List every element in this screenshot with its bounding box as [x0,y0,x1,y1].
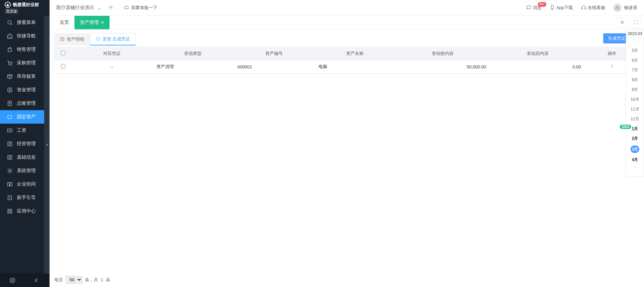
sidebar-item-label: 资金管理 [17,87,36,93]
svg-point-20 [110,7,112,8]
ledger-icon [7,100,13,106]
period-item[interactable]: 7月 [631,65,639,75]
sidebar-item-label: 搜索菜单 [17,20,36,26]
sidebar-item-collab[interactable]: 企业协同 [0,178,50,191]
svg-rect-21 [527,6,531,8]
coin-icon [7,87,13,93]
sidebar-item-bag[interactable]: 销售管理 [0,43,50,56]
topbar: 医疗器械行业演示 ⌄ 我要体验一下 消息 99+ App下载 [50,0,644,16]
period-item[interactable]: 8月 [631,75,639,85]
tabsbar: 首页资产管理✕ ✕ ⛶ [50,16,644,29]
sidebar-item-payroll[interactable]: 工资 [0,124,50,137]
sidebar-item-label: 销售管理 [17,46,36,53]
svg-point-10 [9,170,11,172]
svg-rect-18 [10,212,12,214]
message-link[interactable]: 消息 99+ [526,5,542,11]
period-item[interactable]: 1月 [631,124,639,134]
sidebar-item-label: 固定资产 [17,114,36,120]
period-item[interactable]: 12月 [631,114,639,124]
sidebar-item-label: 基础信息 [17,154,36,160]
sidebar-splitter[interactable] [44,16,50,274]
brand-name: 畅捷通好业财 [13,2,39,8]
collab-icon [7,181,13,187]
close-icon[interactable]: ✕ [101,20,104,25]
period-prev-icon[interactable]: ˄ [634,38,636,46]
row-checkbox[interactable] [61,64,65,68]
period-item[interactable]: 5月 [631,46,639,56]
sidebar-item-info[interactable]: 基础信息 [0,151,50,164]
svg-rect-4 [8,101,12,106]
table-row: -- 资产清理 000001 电脑 50,000.00 0.00 [55,60,639,73]
select-all-checkbox[interactable] [61,51,65,55]
close-all-tabs-icon[interactable]: ✕ [617,18,627,28]
tab-label: 首页 [60,20,69,26]
col-before: 变动前内容 [395,47,490,60]
col-assetno: 资产编号 [234,47,314,60]
sidebar-item-label: 采购管理 [17,60,36,66]
subtab-1[interactable]: 变更·生成凭证 [90,33,136,45]
subtab-0[interactable]: 资产明细 [54,33,90,45]
tab-0[interactable]: 首页 [54,16,74,29]
trial-link[interactable]: 我要体验一下 [124,5,157,11]
sidebar-item-box[interactable]: 库存核算 [0,70,50,83]
sidebar-item-cart[interactable]: 采购管理 [0,56,50,70]
download-link[interactable]: App下载 [550,5,573,11]
biz-icon [7,141,13,147]
tab-1[interactable]: 资产管理✕ [74,16,110,29]
apps-icon [7,208,13,214]
sidebar-item-search[interactable]: 搜索菜单 [0,16,50,29]
info-icon [7,154,13,160]
sidebar-item-sys[interactable]: 系统管理 [0,164,50,178]
collapse-icon[interactable] [34,277,40,284]
sidebar-item-biz[interactable]: 经营管理 [0,137,50,151]
sidebar-item-label: 系统管理 [17,168,36,174]
cell-change-type: 资产清理 [152,60,233,73]
sidebar-item-label: 新手引导 [17,195,36,201]
box-icon [7,73,13,79]
settings-icon[interactable] [9,277,16,284]
period-item[interactable]: 4月 [631,155,639,165]
period-item[interactable]: 10月 [631,95,639,104]
col-voucher: 对应凭证 [71,47,152,60]
subtabs: 资产明细变更·生成凭证 [54,33,639,45]
sidebar-item-home[interactable]: 快捷导航 [0,29,50,43]
message-icon [526,5,531,11]
cell-asset-no: 000001 [234,60,314,73]
subtab-label: 变更·生成凭证 [102,36,130,42]
delete-row-icon[interactable] [610,65,614,70]
generate-voucher-label: 生成凭证 [608,35,625,41]
sidebar-item-apps[interactable]: 应用中心 [0,204,50,218]
svg-rect-25 [585,8,586,9]
pager-total: 1 [101,277,103,282]
tenant-selector[interactable]: 医疗器械行业演示 ⌄ [56,5,101,11]
period-item[interactable]: 9月 [631,85,639,95]
svg-rect-5 [8,116,12,119]
voucher-icon [96,36,100,42]
pager-prefix: 每页 [54,277,63,283]
user-area[interactable]: 畅捷通 [613,4,637,12]
service-link[interactable]: 在线客服 [581,5,605,11]
period-item[interactable]: 6月 [631,56,639,65]
sidebar-item-label: 快捷导航 [17,33,36,39]
sidebar-item-guide[interactable]: 新手引导 [0,191,50,204]
period-item[interactable]: 11月 [631,104,639,114]
period-item[interactable]: 2月 [631,134,639,144]
pager: 每页 50 条，共 1 条 [54,276,110,284]
period-item[interactable]: 3月 [631,144,639,155]
page-size-select[interactable]: 50 [66,276,82,284]
svg-rect-27 [61,37,64,40]
sidebar-item-coin[interactable]: 资金管理 [0,83,50,97]
period-head[interactable]: 2023.03 [626,30,644,38]
svg-point-2 [11,65,12,65]
period-next-icon[interactable]: ˅ [634,165,636,173]
sidebar-item-asset[interactable]: 固定资产 [0,110,50,124]
sidebar-item-ledger[interactable]: 总账管理 [0,97,50,110]
sidebar-item-label: 应用中心 [17,208,36,214]
svg-rect-24 [582,8,583,9]
fullscreen-icon[interactable]: ⛶ [631,18,641,28]
message-badge: 99+ [538,2,546,7]
sidebar-item-label: 总账管理 [17,100,36,106]
gear-icon[interactable] [108,5,114,11]
bag-icon [7,46,13,53]
subtab-label: 资产明细 [67,36,84,42]
